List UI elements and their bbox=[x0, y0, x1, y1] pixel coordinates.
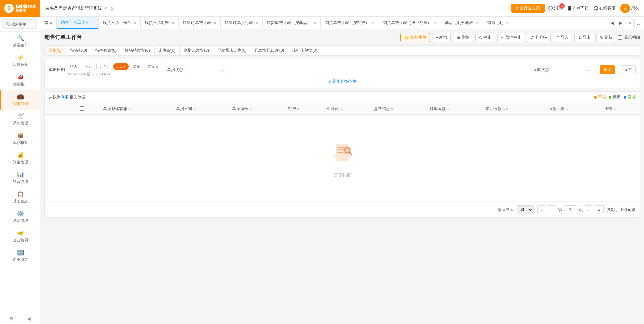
tab-cash-reconcile[interactable]: 钱货日清对账✕ bbox=[141, 17, 179, 29]
tab-close-icon[interactable]: ✕ bbox=[256, 21, 258, 25]
date-btn-昨天[interactable]: 昨天 bbox=[67, 63, 80, 70]
sub-tab-pending-review[interactable]: 待审核(0) bbox=[66, 46, 92, 55]
tab-close-all-button[interactable]: ✕ bbox=[626, 19, 634, 27]
col-header-amount[interactable]: 订单金额⇅ bbox=[426, 103, 482, 115]
tab-sales-workbench[interactable]: 销售订单工作台✕ bbox=[57, 17, 99, 29]
col-header-operation[interactable]: 操作⇅ bbox=[601, 103, 640, 115]
tab-cashier-daily[interactable]: 钱货日清工作台✕ bbox=[99, 17, 141, 29]
col-header-staff[interactable]: 业务员⇅ bbox=[323, 103, 371, 115]
sub-tab-not-printed[interactable]: 未打印单据(0) bbox=[288, 46, 321, 55]
refresh-button[interactable]: ↻ 刷新 bbox=[596, 33, 616, 42]
sub-tab-expired-not-shipped[interactable]: 到期未发货(0) bbox=[180, 46, 213, 55]
settings-bottom-button[interactable]: ⚙ bbox=[9, 316, 14, 321]
app-download-button[interactable]: 📱 App下载 bbox=[567, 5, 588, 11]
select-all-checkbox[interactable] bbox=[80, 106, 84, 111]
tab-prev-button[interactable]: ◀ bbox=[608, 19, 616, 27]
tab-close-icon[interactable]: ✕ bbox=[92, 21, 94, 24]
tab-close-icon[interactable]: ✕ bbox=[172, 21, 174, 25]
col-header-date[interactable]: 单据日期⇅ bbox=[173, 103, 228, 115]
tab-sales-exec[interactable]: 销售订单执行表✕ bbox=[221, 17, 263, 29]
sort-icon[interactable]: ⇅ bbox=[128, 107, 131, 111]
page-number-input[interactable] bbox=[564, 205, 577, 214]
prev-page-button[interactable]: ‹ bbox=[548, 205, 556, 214]
sub-tab-not-shipped[interactable]: 未发货(0) bbox=[155, 46, 180, 55]
last-page-button[interactable]: » bbox=[595, 205, 604, 214]
sidebar-item-system[interactable]: ⚙️系统管理 bbox=[0, 207, 40, 227]
sidebar-item-guide[interactable]: 🆕新手引导 bbox=[0, 246, 40, 266]
message-button[interactable]: 💬 消息 6 bbox=[548, 5, 562, 11]
export-button[interactable]: ↧ 导出 bbox=[574, 33, 594, 42]
tab-next-button[interactable]: ▶ bbox=[617, 19, 625, 27]
status-select[interactable] bbox=[185, 66, 225, 74]
col-header-number[interactable]: 单据编号⇅ bbox=[229, 103, 285, 115]
stop-button[interactable]: ⊘ 中止 bbox=[475, 33, 495, 42]
tab-close-icon[interactable]: ✕ bbox=[214, 21, 216, 25]
sort-icon[interactable]: ⇅ bbox=[506, 107, 508, 111]
next-page-button[interactable]: › bbox=[585, 205, 593, 214]
review-action-button[interactable]: 审核 bbox=[594, 94, 606, 100]
title-dropdown-icon[interactable]: ▾ bbox=[105, 6, 107, 11]
sidebar-item-marketing[interactable]: 📣营销推广 bbox=[0, 71, 40, 90]
sidebar-item-enterprise[interactable]: 🤝企业协同 bbox=[0, 227, 40, 246]
tab-sales-gross[interactable]: 销售毛利✕ bbox=[483, 17, 513, 29]
settings-filter-button[interactable]: 设置 bbox=[620, 65, 636, 74]
tab-sales-stats[interactable]: 销售订单统计表✕ bbox=[179, 17, 221, 29]
col-header-status[interactable]: 单据整体状态⇅ bbox=[100, 103, 173, 115]
expand-filter-button[interactable]: ▾ 展开更多条件 bbox=[49, 79, 636, 84]
tab-close-icon[interactable]: ✕ bbox=[506, 21, 509, 25]
tab-home[interactable]: 首页 bbox=[40, 17, 57, 29]
first-page-button[interactable]: « bbox=[537, 205, 546, 214]
sort-icon[interactable]: ⇅ bbox=[391, 107, 393, 111]
ship-action-button[interactable]: 发货 bbox=[624, 94, 636, 100]
tab-close-icon[interactable]: ✕ bbox=[434, 21, 437, 25]
date-btn-今天[interactable]: 今天 bbox=[82, 63, 95, 70]
col-header-customer[interactable]: 客户⇅ bbox=[285, 103, 323, 115]
tab-sale-stats-customer[interactable]: 销货单统计表（按客户）✕ bbox=[321, 17, 379, 29]
query-button[interactable]: 查询 bbox=[600, 65, 615, 74]
print-button[interactable]: 🖨 打印 ▾ bbox=[527, 33, 551, 42]
sub-tab-all[interactable]: 全部(0) bbox=[45, 46, 66, 55]
sub-tab-shipped-not-out[interactable]: 已发货未出库(0) bbox=[213, 46, 251, 55]
sub-tab-pending-check[interactable]: 待拣验货(0) bbox=[91, 46, 121, 55]
sort-icon[interactable]: ⇅ bbox=[297, 107, 299, 111]
col-header-abnormal[interactable]: 异常信息⇅ bbox=[371, 103, 426, 115]
tab-gross-profit[interactable]: 商品毛利分析表✕ bbox=[441, 17, 483, 29]
sort-icon[interactable]: ⇅ bbox=[339, 107, 342, 111]
sort-icon[interactable]: ⇅ bbox=[565, 107, 568, 111]
collection-select[interactable] bbox=[551, 66, 591, 74]
search-menu-button[interactable]: 🔍 搜索菜单 bbox=[3, 19, 37, 29]
tab-close-icon[interactable]: ✕ bbox=[134, 21, 136, 25]
show-detail-checkbox[interactable] bbox=[618, 35, 622, 40]
settings-icon[interactable]: ⚙ bbox=[110, 6, 114, 11]
sidebar-item-purchase[interactable]: 🛒采购管理 bbox=[0, 110, 40, 129]
smart-create-button[interactable]: ⭐ 智能生单 bbox=[400, 33, 430, 42]
sort-icon[interactable]: ⇅ bbox=[193, 107, 196, 111]
sidebar-item-finance[interactable]: 💰资金管理 bbox=[0, 149, 40, 168]
date-btn-更多[interactable]: 更多 bbox=[130, 63, 143, 70]
import-button[interactable]: ↥ 导入 bbox=[553, 33, 572, 42]
tab-close-icon[interactable]: ✕ bbox=[372, 21, 375, 25]
sidebar-item-sales[interactable]: 💼销售管理 bbox=[0, 90, 40, 110]
sub-tab-shipped-out[interactable]: 已发货已出库(0) bbox=[251, 46, 289, 55]
online-service-button[interactable]: 🎧 在线客服 bbox=[593, 5, 615, 11]
sort-icon[interactable]: ⇅ bbox=[613, 107, 616, 111]
show-detail-label[interactable]: 显示明细 bbox=[618, 35, 640, 40]
tab-expand-button[interactable]: ⛶ bbox=[634, 19, 642, 27]
sidebar-item-operation[interactable]: 📊经营管理 bbox=[0, 168, 40, 188]
sub-tab-wangpu-deliver[interactable]: 旺铺待发货(0) bbox=[121, 46, 155, 55]
date-btn-近7天[interactable]: 近7天 bbox=[96, 63, 112, 70]
collapse-sidebar-button[interactable]: ◀ bbox=[27, 316, 31, 321]
sidebar-item-search[interactable]: 🔍搜索菜单 bbox=[0, 32, 40, 51]
tab-sale-stats-staff[interactable]: 销货单统计表（按业务员）✕ bbox=[379, 17, 441, 29]
col-header-ratio[interactable]: 收款比例⇅ bbox=[545, 103, 601, 115]
tab-close-icon[interactable]: ✕ bbox=[314, 21, 316, 25]
date-btn-自定义[interactable]: 自定义 bbox=[145, 63, 162, 70]
col-header-collected[interactable]: 累计收款...⇅ bbox=[482, 103, 545, 115]
cancel-review-action-button[interactable]: 弃审 bbox=[609, 94, 621, 100]
add-button[interactable]: + 新增 bbox=[432, 33, 451, 42]
sidebar-item-basic[interactable]: 📋基础信息 bbox=[0, 188, 40, 207]
sort-icon[interactable]: ⇅ bbox=[249, 107, 252, 111]
delete-button[interactable]: 🗑 删除 bbox=[453, 33, 473, 42]
sort-icon[interactable]: ⇅ bbox=[446, 107, 449, 111]
per-page-select[interactable]: 50 100 bbox=[517, 205, 534, 214]
